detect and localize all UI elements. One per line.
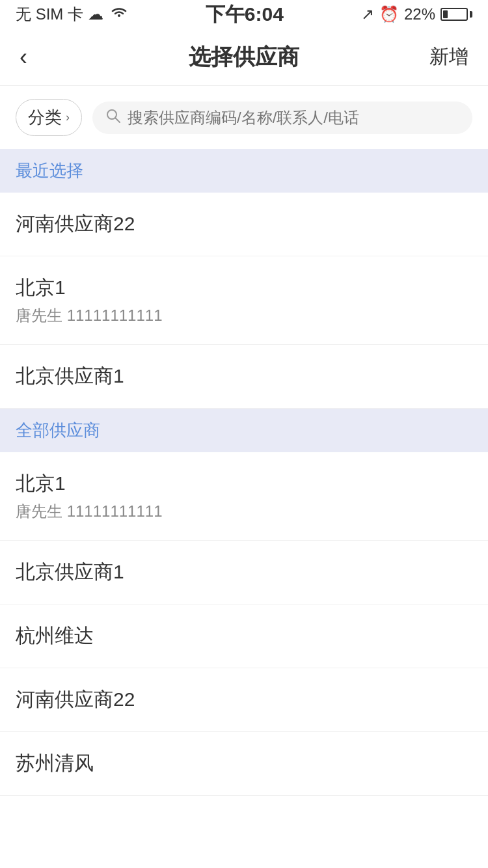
item-name: 河南供应商22 — [16, 686, 472, 713]
filter-row: 分类 › — [0, 86, 488, 149]
all-list: 北京1唐先生 11111111111北京供应商1杭州维达河南供应商22苏州清风 — [0, 452, 488, 796]
add-new-button[interactable]: 新增 — [429, 44, 468, 70]
list-item[interactable]: 北京1唐先生 11111111111 — [0, 256, 488, 345]
item-name: 北京1 — [16, 275, 472, 301]
status-left: 无 SIM 卡 ☁ — [16, 4, 128, 25]
svg-line-1 — [116, 118, 120, 122]
page-title: 选择供应商 — [189, 42, 299, 72]
item-name: 苏州清风 — [16, 750, 472, 777]
sim-status: 无 SIM 卡 ☁ — [16, 4, 103, 25]
list-item[interactable]: 河南供应商22 — [0, 668, 488, 732]
category-label: 分类 — [28, 106, 62, 129]
item-name: 北京供应商1 — [16, 363, 472, 390]
battery-icon — [441, 8, 472, 21]
item-name: 北京1 — [16, 470, 472, 497]
recent-section-header: 最近选择 — [0, 149, 488, 193]
all-section-label: 全部供应商 — [16, 420, 100, 440]
list-item[interactable]: 北京供应商1 — [0, 541, 488, 604]
nav-bar: ‹ 选择供应商 新增 — [0, 29, 488, 86]
alarm-icon: ⏰ — [379, 5, 399, 23]
item-name: 北京供应商1 — [16, 559, 472, 586]
wifi-icon — [110, 5, 128, 23]
recent-section-label: 最近选择 — [16, 161, 83, 180]
search-box[interactable] — [92, 102, 472, 134]
back-button[interactable]: ‹ — [20, 44, 59, 71]
list-item[interactable]: 北京供应商1 — [0, 345, 488, 409]
list-item[interactable]: 北京1唐先生 11111111111 — [0, 452, 488, 541]
item-sub: 唐先生 11111111111 — [16, 305, 472, 326]
item-name: 河南供应商22 — [16, 211, 472, 237]
location-icon: ↗ — [361, 5, 374, 23]
list-item[interactable]: 河南供应商22 — [0, 193, 488, 256]
item-name: 杭州维达 — [16, 623, 472, 649]
list-item[interactable]: 杭州维达 — [0, 604, 488, 668]
recent-list: 河南供应商22北京1唐先生 11111111111北京供应商1 — [0, 193, 488, 409]
chevron-right-icon: › — [66, 111, 70, 124]
search-input[interactable] — [128, 109, 459, 127]
search-icon — [105, 108, 121, 128]
status-bar: 无 SIM 卡 ☁ 下午6:04 ↗ ⏰ 22% — [0, 0, 488, 29]
all-section-header: 全部供应商 — [0, 409, 488, 452]
status-time: 下午6:04 — [206, 1, 284, 28]
status-right: ↗ ⏰ 22% — [361, 5, 472, 23]
category-filter-button[interactable]: 分类 › — [16, 99, 82, 136]
battery-percent: 22% — [404, 5, 435, 23]
item-sub: 唐先生 11111111111 — [16, 501, 472, 522]
list-item[interactable]: 苏州清风 — [0, 732, 488, 796]
